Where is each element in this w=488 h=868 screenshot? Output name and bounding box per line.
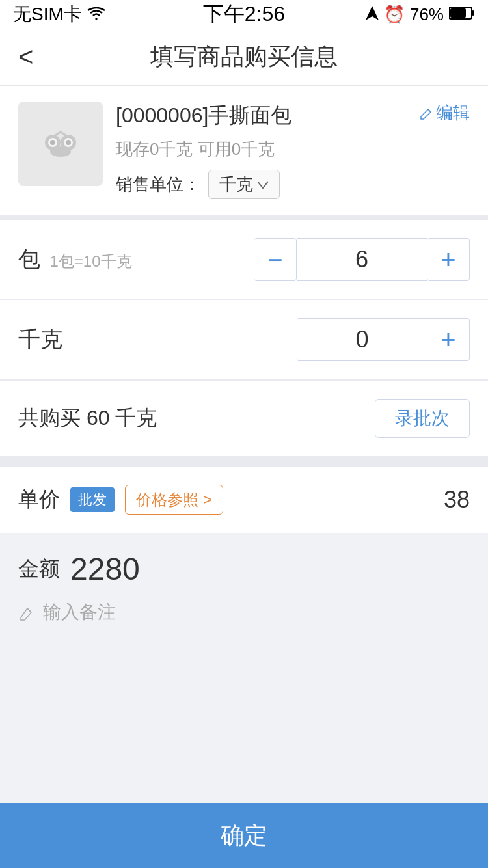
bag-minus-button[interactable]: −: [254, 238, 297, 281]
product-name: [0000006]手撕面包: [116, 102, 291, 130]
status-right: ⏰ 76%: [366, 5, 475, 25]
alarm-icon: ⏰: [384, 5, 405, 25]
unit-select[interactable]: 千克: [208, 170, 280, 199]
svg-marker-0: [366, 6, 379, 20]
remark-label: 输入备注: [43, 600, 116, 625]
total-text: 共购买 60 千克: [18, 404, 157, 433]
battery-label: 76%: [410, 5, 444, 25]
product-card: [0000006]手撕面包 编辑 现存0千克 可用0千克 销售单位： 千克: [0, 86, 488, 220]
price-label: 单价: [18, 485, 60, 514]
page-title: 填写商品购买信息: [150, 41, 338, 73]
remark-row[interactable]: 输入备注: [18, 600, 470, 625]
bag-quantity-controls: − +: [254, 238, 470, 281]
kg-quantity-row: 千克 +: [0, 300, 488, 380]
product-stock: 现存0千克 可用0千克: [116, 138, 470, 161]
edit-button[interactable]: 编辑: [419, 102, 470, 124]
bag-quantity-row: 包 1包=10千克 − +: [0, 220, 488, 300]
unit-label: 销售单位：: [116, 173, 200, 196]
amount-value: 2280: [70, 551, 140, 587]
kg-plus-button[interactable]: +: [427, 318, 470, 361]
status-time: 下午2:56: [203, 0, 285, 29]
carrier-label: 无SIM卡: [13, 2, 82, 27]
status-bar: 无SIM卡 下午2:56 ⏰ 76%: [0, 0, 488, 29]
wifi-icon: [87, 4, 105, 25]
amount-section: 金额 2280 输入备注: [0, 533, 488, 625]
confirm-bar[interactable]: 确定: [0, 803, 488, 868]
product-info: [0000006]手撕面包 编辑 现存0千克 可用0千克 销售单位： 千克: [116, 102, 470, 199]
location-icon: [366, 5, 379, 25]
price-ref-button[interactable]: 价格参照 >: [125, 485, 223, 515]
product-unit-row: 销售单位： 千克: [116, 170, 470, 199]
svg-point-10: [50, 146, 71, 157]
svg-point-9: [66, 140, 71, 145]
svg-point-8: [50, 140, 55, 145]
amount-row: 金额 2280: [18, 551, 470, 587]
price-value: 38: [444, 486, 470, 513]
svg-rect-3: [450, 8, 466, 18]
pencil-icon: [18, 603, 36, 621]
bag-quantity-input[interactable]: [297, 238, 427, 281]
battery-icon: [449, 5, 475, 25]
bag-sub-label: 1包=10千克: [49, 252, 131, 270]
amount-label: 金额: [18, 555, 60, 584]
nav-bar: < 填写商品购买信息: [0, 29, 488, 86]
price-row: 单价 批发 价格参照 > 38: [0, 461, 488, 533]
section-divider-1: [0, 456, 488, 461]
total-row: 共购买 60 千克 录批次: [0, 380, 488, 456]
confirm-button-label: 确定: [221, 820, 267, 852]
bag-label: 包: [18, 247, 40, 271]
price-badge: 批发: [70, 487, 115, 512]
quantity-section: 包 1包=10千克 − + 千克 + 共购买 60 千克 录批次: [0, 220, 488, 456]
kg-quantity-input[interactable]: [297, 318, 427, 361]
bag-plus-button[interactable]: +: [427, 238, 470, 281]
kg-quantity-controls: +: [297, 318, 470, 361]
kg-label: 千克: [18, 327, 62, 351]
product-image: [18, 102, 103, 186]
back-button[interactable]: <: [18, 42, 33, 72]
batch-button[interactable]: 录批次: [375, 399, 470, 438]
status-left: 无SIM卡: [13, 2, 105, 27]
svg-rect-2: [472, 10, 474, 16]
